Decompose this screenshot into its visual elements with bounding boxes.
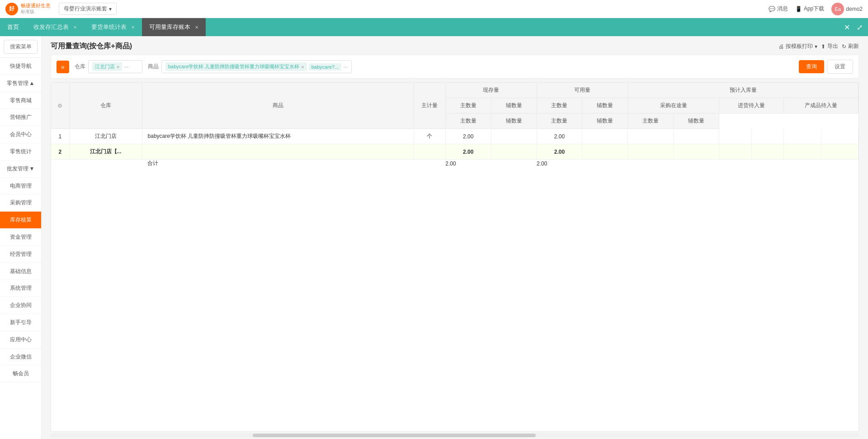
page-title: 可用量查询(按仓库+商品)	[51, 42, 132, 51]
query-btn[interactable]: 查询	[799, 60, 824, 73]
row-avail-aux	[582, 129, 628, 144]
tab-available-stock[interactable]: 可用量库存账本 ✕	[142, 18, 206, 36]
row-finished-aux	[821, 129, 858, 144]
footer-label: 合计	[142, 160, 414, 168]
footer-stock-aux	[491, 160, 537, 168]
product-more-icon[interactable]: ···	[343, 64, 348, 70]
sidebar-item-inventory[interactable]: 库存核算	[0, 212, 41, 229]
app-download-btn[interactable]: 📱 App下载	[795, 5, 824, 13]
export-label: 导出	[827, 42, 838, 50]
row-purchase-transit-main	[628, 129, 674, 144]
export-icon: ⬆	[821, 43, 826, 50]
sidebar-item-operations[interactable]: 经营管理	[0, 246, 41, 263]
user-label: demo2	[846, 6, 863, 12]
sidebar-item-app-center[interactable]: 应用中心	[0, 331, 41, 349]
settings-btn[interactable]: 设置	[827, 60, 853, 74]
sidebar-item-basic-info[interactable]: 基础信息	[0, 263, 41, 280]
industry-selector[interactable]: 母婴行业演示账套 ▾	[59, 3, 117, 15]
warehouse-tag-value: 江北门店	[95, 63, 115, 70]
sidebar-search-section: 搜索菜单	[0, 36, 41, 58]
col-avail-aux-header: 辅数量	[582, 98, 628, 113]
chevron-up-icon: ▲	[29, 80, 35, 87]
row-product: babycare学饮杯 儿童防摔防撞吸管杯重力球吸嘴杯宝宝水杯	[142, 129, 414, 144]
row-stock-aux	[491, 129, 537, 144]
subtotal-purchase-transit-aux	[674, 144, 719, 160]
col-incoming-aux-header: 辅数量	[582, 113, 628, 129]
sidebar-item-quick-nav[interactable]: 快捷导航	[0, 58, 41, 75]
col-warehouse-header: 仓库	[69, 83, 142, 129]
warehouse-tag-remove[interactable]: ×	[117, 64, 119, 70]
expand-tabs-icon[interactable]: ⤢	[857, 23, 863, 32]
logo-subtitle: 标准版	[21, 9, 51, 15]
chevron-down-icon: ▾	[109, 6, 112, 12]
product-tag-2: babycare?...	[309, 63, 342, 71]
filter-expand-btn[interactable]: »	[57, 61, 69, 73]
row-finished-main	[784, 129, 821, 144]
page-header: 可用量查询(按仓库+商品) 🖨 按模板打印 ▾ ⬆ 导出 ↻ 刷新	[42, 36, 868, 55]
col-stock-main-header: 主数量	[445, 98, 491, 113]
footer-purchase-transit-main	[628, 160, 674, 168]
row-purchase-transit-aux	[674, 129, 719, 144]
sidebar-item-marketing[interactable]: 营销推广	[0, 109, 41, 126]
tab-order-stats[interactable]: 要货单统计表 ✕	[84, 18, 142, 36]
sidebar: 搜索菜单 快捷导航 零售管理 ▲ 零售商城 营销推广 会员中心 零售统计 批发管…	[0, 36, 42, 439]
sidebar-item-purchase[interactable]: 采购管理	[0, 194, 41, 212]
message-label: 消息	[777, 5, 788, 13]
sidebar-item-member[interactable]: 会员中心	[0, 126, 41, 143]
sidebar-item-new-guide[interactable]: 新手引导	[0, 314, 41, 331]
close-all-tabs-icon[interactable]: ✕	[844, 23, 850, 32]
col-avail-main-header: 主数量	[537, 98, 582, 113]
warehouse-input[interactable]: 江北门店 × ···	[88, 60, 142, 73]
product-label: 商品	[148, 63, 159, 71]
subtotal-unit	[414, 144, 445, 160]
footer-empty1	[51, 160, 69, 168]
sidebar-item-retail-mgmt[interactable]: 零售管理 ▲	[0, 75, 41, 92]
sidebar-item-enterprise-wx[interactable]: 企业微信	[0, 349, 41, 366]
gear-icon: ⚙	[57, 103, 62, 109]
tab-order-stats-close[interactable]: ✕	[131, 25, 135, 30]
sidebar-item-batch-mgmt[interactable]: 批发管理 ▼	[0, 160, 41, 178]
col-product-header: 商品	[142, 83, 414, 129]
tab-home-label: 首页	[7, 23, 19, 31]
page-actions: 🖨 按模板打印 ▾ ⬆ 导出 ↻ 刷新	[778, 42, 859, 50]
product-input[interactable]: babycare学饮杯 儿童防摔防撞吸管杯重力球吸嘴杯宝宝水杯 × babyca…	[161, 60, 352, 73]
subtotal-seq: 2	[51, 144, 69, 160]
tab-home[interactable]: 首页	[0, 18, 26, 36]
sidebar-item-ecommerce[interactable]: 电商管理	[0, 178, 41, 195]
subtotal-avail-aux	[582, 144, 628, 160]
row-warehouse: 江北门店	[69, 129, 142, 144]
subtotal-warehouse: 江北门店【...	[69, 144, 142, 160]
print-label: 按模板打印	[786, 42, 813, 50]
tab-available-stock-close[interactable]: ✕	[195, 25, 198, 30]
user-area[interactable]: Ea demo2	[831, 3, 863, 15]
sidebar-item-retail-mall[interactable]: 零售商城	[0, 92, 41, 109]
product-tag-1-remove[interactable]: ×	[301, 64, 304, 70]
refresh-label: 刷新	[848, 42, 859, 50]
footer-stock-main: 2.00	[445, 160, 491, 168]
sidebar-item-system[interactable]: 系统管理	[0, 280, 41, 297]
sidebar-item-retail-stats[interactable]: 零售统计	[0, 143, 41, 160]
subtotal-stock-aux	[491, 144, 537, 160]
sidebar-item-vip[interactable]: 畅会员	[0, 365, 41, 382]
phone-icon: 📱	[795, 6, 802, 12]
tab-order-stats-label: 要货单统计表	[91, 23, 127, 31]
top-bar-left: 好 畅捷通好生意 标准版 母婴行业演示账套 ▾	[5, 3, 117, 15]
message-btn[interactable]: 💬 消息	[769, 5, 788, 13]
col-purchase-transit-header: 采购在途量	[628, 98, 719, 113]
col-purchase-transit-main-header: 主数量	[445, 113, 491, 129]
horizontal-scrollbar[interactable]	[51, 434, 859, 437]
sidebar-item-finance[interactable]: 资金管理	[0, 229, 41, 246]
refresh-btn[interactable]: ↻ 刷新	[842, 42, 859, 50]
footer-empty2	[69, 160, 142, 168]
warehouse-more-icon[interactable]: ···	[124, 64, 128, 70]
search-menu-btn[interactable]: 搜索菜单	[4, 40, 38, 54]
tab-receive[interactable]: 收发存汇总表 ✕	[26, 18, 84, 36]
col-settings[interactable]: ⚙	[51, 83, 69, 129]
export-btn[interactable]: ⬆ 导出	[821, 42, 838, 50]
sidebar-item-enterprise[interactable]: 企业协同	[0, 297, 41, 314]
top-bar-right: 💬 消息 📱 App下载 Ea demo2	[769, 3, 863, 15]
print-template-btn[interactable]: 🖨 按模板打印 ▾	[778, 42, 817, 50]
footer-finished-main	[784, 160, 821, 168]
tab-receive-close[interactable]: ✕	[73, 25, 77, 30]
footer-incoming-aux	[751, 160, 784, 168]
